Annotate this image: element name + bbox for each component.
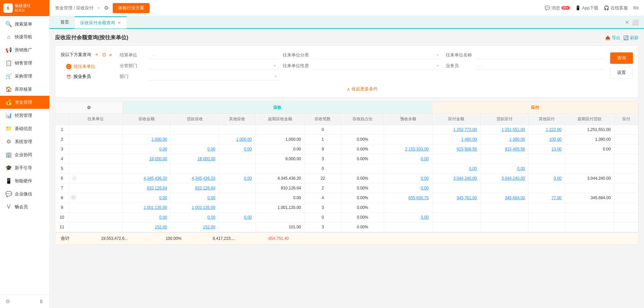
table-cell[interactable] <box>384 164 432 174</box>
filter-option-staff[interactable]: ⏰ 按业务员 <box>63 72 114 81</box>
dept-manager-select[interactable]: ▾ <box>149 62 279 70</box>
table-cell[interactable]: 4,345,436.20 <box>122 174 171 183</box>
table-cell[interactable]: 4,345,436.20 <box>171 174 219 183</box>
table-cell[interactable]: 0.00 <box>219 144 255 154</box>
sidebar-item-system[interactable]: ⚙ 系统管理 <box>0 135 49 148</box>
table-cell[interactable]: 810,126.64 <box>171 183 219 193</box>
sidebar-item-sales[interactable]: 📋 销售管理 <box>0 56 49 70</box>
table-cell[interactable]: 345,684.00 <box>480 193 529 203</box>
tab-close-window[interactable]: ✕ <box>625 19 629 26</box>
query-btn[interactable]: 查询 <box>610 52 633 64</box>
table-cell[interactable]: 0.00 <box>219 213 255 222</box>
table-cell[interactable] <box>480 222 529 232</box>
table-cell[interactable]: 1,000.00 <box>219 135 255 144</box>
tab-query[interactable]: 应收应付余额查询 ✕ <box>74 16 127 29</box>
settings-icon[interactable]: ⚙ <box>5 298 10 305</box>
table-cell[interactable]: 152.00 <box>171 222 219 232</box>
table-cell[interactable]: 1,001,135.00 <box>122 203 171 213</box>
sidebar-item-finance[interactable]: 💰 资金管理 <box>0 96 49 109</box>
dept-select[interactable]: ▾ <box>149 73 280 81</box>
table-cell[interactable]: 18,000.00 <box>171 154 219 164</box>
table-cell[interactable] <box>480 183 529 193</box>
sidebar-item-operation[interactable]: 📊 经营管理 <box>0 109 49 122</box>
table-cell[interactable] <box>529 154 565 164</box>
collapse-icon[interactable]: ⏸ <box>39 299 44 305</box>
table-cell[interactable] <box>219 193 255 203</box>
table-cell[interactable] <box>384 125 432 135</box>
sidebar-item-smart-hardware[interactable]: 📱 智能硬件 <box>0 174 49 187</box>
table-cell[interactable]: 655,636.75 <box>384 193 432 203</box>
table-cell[interactable]: 0.00 <box>384 174 432 183</box>
trial-btn[interactable]: 体验行业方案 <box>113 3 150 13</box>
table-cell[interactable] <box>171 125 219 135</box>
table-cell[interactable] <box>384 203 432 213</box>
table-cell[interactable]: 0.00 <box>432 164 480 174</box>
export-btn[interactable]: 📤 导出 <box>605 35 621 41</box>
table-cell[interactable]: 0.00 <box>384 154 432 164</box>
table-cell[interactable]: 915,508.56 <box>432 144 480 154</box>
sidebar-item-vip[interactable]: V 畅会员 <box>0 201 49 213</box>
table-cell[interactable]: 13.00 <box>529 144 565 154</box>
settings-btn[interactable]: 设置 <box>610 67 633 79</box>
table-cell[interactable]: 0.00 <box>384 183 432 193</box>
sidebar-item-enterprise[interactable]: 🏢 企业协同 <box>0 148 49 161</box>
table-cell[interactable]: 810,126.64 <box>122 183 171 193</box>
table-cell[interactable] <box>171 164 219 174</box>
tab-maximize[interactable]: ⬜ <box>632 19 639 26</box>
table-cell[interactable] <box>432 203 480 213</box>
table-cell[interactable]: 1,001,135.00 <box>171 203 219 213</box>
table-settings-icon[interactable]: ⚙ <box>87 105 91 110</box>
company-name-input[interactable] <box>475 51 605 59</box>
table-cell[interactable]: 0.00 <box>122 144 171 154</box>
salesperson-select[interactable]: ··· <box>475 62 605 70</box>
table-cell[interactable]: 1,222.00 <box>529 125 565 135</box>
table-cell[interactable] <box>122 164 171 174</box>
sidebar-item-wechat[interactable]: 💬 企业微信 <box>0 187 49 201</box>
filter-collapse-btn[interactable]: ∧ 收起更多条件 <box>120 86 605 92</box>
table-cell[interactable] <box>122 125 171 135</box>
sidebar-item-quick-nav[interactable]: ⌂ 快捷导航 <box>0 31 49 43</box>
company-category-select[interactable]: ▾ <box>312 51 442 59</box>
table-cell[interactable]: 1,252,773.00 <box>432 125 480 135</box>
table-cell[interactable]: 0.00 <box>122 193 171 203</box>
table-cell[interactable] <box>480 154 529 164</box>
service-action[interactable]: 🎧 在线客服 <box>604 5 628 11</box>
sidebar-item-marketing[interactable]: 📢 营销推广 <box>0 43 49 56</box>
company-nature-select[interactable]: ▾ <box>312 62 442 70</box>
table-cell[interactable] <box>529 164 565 174</box>
table-cell[interactable] <box>432 222 480 232</box>
table-cell[interactable]: 0.00 <box>171 213 219 222</box>
table-cell[interactable]: 1,251,551.00 <box>480 125 529 135</box>
table-cell[interactable] <box>384 222 432 232</box>
table-cell[interactable] <box>219 183 255 193</box>
table-cell[interactable]: 18,000.00 <box>122 154 171 164</box>
settlement-unit-select[interactable]: ··· <box>149 51 279 59</box>
table-cell[interactable] <box>480 213 529 222</box>
tab-close-icon[interactable]: ✕ <box>118 20 121 25</box>
table-cell[interactable] <box>529 213 565 222</box>
table-cell[interactable] <box>480 203 529 213</box>
table-cell[interactable] <box>432 154 480 164</box>
sidebar-item-basic-info[interactable]: 📁 基础信息 <box>0 122 49 135</box>
table-cell[interactable] <box>432 183 480 193</box>
refresh-btn[interactable]: 🔄 刷新 <box>623 35 639 41</box>
table-cell[interactable]: 0.00 <box>171 144 219 154</box>
table-cell[interactable] <box>171 135 219 144</box>
table-cell[interactable]: 100.00 <box>529 135 565 144</box>
tab-home[interactable]: 首页 <box>55 16 74 28</box>
sidebar-item-purchase[interactable]: 🛒 采购管理 <box>0 70 49 83</box>
table-cell[interactable] <box>529 183 565 193</box>
table-cell[interactable]: 0.00 <box>171 193 219 203</box>
table-cell[interactable] <box>529 203 565 213</box>
table-cell[interactable] <box>219 222 255 232</box>
table-cell[interactable]: 3,044,240.00 <box>480 174 529 183</box>
app-download-action[interactable]: 📱 App下载 <box>575 5 598 11</box>
message-action[interactable]: 💬 消息 99+ <box>545 5 570 11</box>
table-cell[interactable] <box>219 164 255 174</box>
sidebar-item-guide[interactable]: 🎓 新手引导 <box>0 161 49 174</box>
table-cell[interactable] <box>219 125 255 135</box>
table-cell[interactable]: 0.00 <box>480 164 529 174</box>
filter-settings-btn[interactable]: ⊙ <box>102 51 106 58</box>
table-cell[interactable]: 0.00 <box>122 213 171 222</box>
table-cell[interactable]: 0.00 <box>529 174 565 183</box>
